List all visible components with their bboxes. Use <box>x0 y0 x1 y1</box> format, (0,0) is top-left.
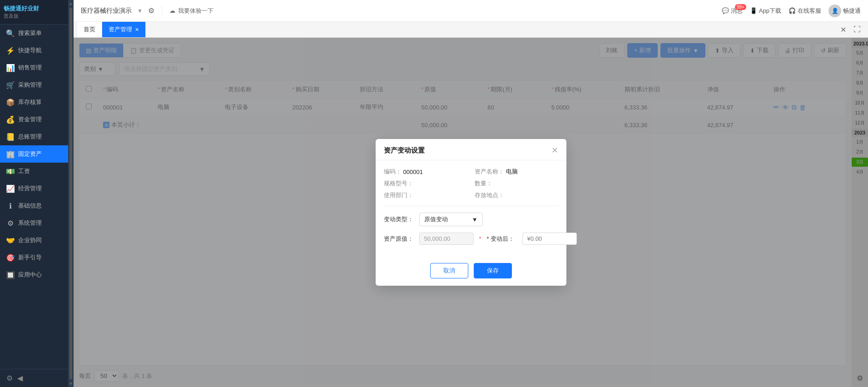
sidebar-item-label: 企业协同 <box>18 236 42 244</box>
app-center-icon: 🔲 <box>6 271 15 279</box>
sidebar-item-label: 采购管理 <box>18 81 42 89</box>
app-download-btn[interactable]: 📱 App下载 <box>750 7 781 15</box>
sidebar-item-label: 新手引导 <box>18 253 42 262</box>
scroll-down-btn[interactable]: ▼ <box>69 381 73 386</box>
message-badge: 99+ <box>735 4 746 10</box>
sidebar-item-label: 系统管理 <box>18 219 42 227</box>
app-edition: 普及版 <box>4 13 39 20</box>
modal-change-type-row: 变动类型： 原值变动 ▼ <box>384 213 558 226</box>
modal-header: 资产变动设置 ✕ <box>376 139 566 160</box>
tab-expand-btn[interactable]: ⛶ <box>852 24 863 35</box>
search-icon: 🔍 <box>6 29 15 37</box>
sidebar-item-label: 快捷导航 <box>18 46 42 55</box>
sidebar-footer: ⚙ ◀ <box>0 369 68 387</box>
change-type-select[interactable]: 原值变动 ▼ <box>419 213 483 226</box>
customer-service-btn[interactable]: 🎧 在线客服 <box>789 7 821 15</box>
sidebar-item-label: 应用中心 <box>18 271 42 279</box>
sidebar-item-operations[interactable]: 📈经营管理 <box>0 180 68 197</box>
tab-asset-management[interactable]: 资产管理 ✕ <box>102 22 146 37</box>
topbar-settings-icon[interactable]: ⚙ <box>148 6 154 15</box>
sidebar-item-search[interactable]: 🔍搜索菜单 <box>0 25 68 42</box>
message-btn[interactable]: 💬 消息 99+ <box>722 7 743 15</box>
sidebar-item-label: 经营管理 <box>18 184 42 193</box>
sidebar-item-sales[interactable]: 📊销售管理 <box>0 59 68 76</box>
sidebar-item-label: 资金管理 <box>18 115 42 124</box>
inventory-icon: 📦 <box>6 98 15 106</box>
modal-dept-item: 使用部门： <box>384 191 467 199</box>
sidebar-item-label: 库存核算 <box>18 98 42 106</box>
user-menu[interactable]: 👤 畅捷通 <box>828 5 861 17</box>
original-value-label: 资产原值： <box>384 235 416 243</box>
modal-body: 编码： 000001 资产名称： 电脑 规格型号： 数量： <box>376 160 566 258</box>
basic-info-icon: ℹ <box>6 202 15 210</box>
dropdown-arrow-icon[interactable]: ▼ <box>137 8 143 14</box>
modal-location-item: 存放地点： <box>475 191 558 199</box>
tab-home[interactable]: 首页 <box>77 22 102 37</box>
scroll-thumb <box>69 8 72 379</box>
tab-close-btn[interactable]: ✕ <box>838 24 848 36</box>
after-change-input[interactable] <box>522 233 577 245</box>
phone-icon: 📱 <box>750 7 757 14</box>
topbar: 医疗器械行业演示 ▼ ⚙ ☁ 我要体验一下 💬 消息 99+ 📱 App下载 🎧… <box>74 0 868 22</box>
modal-footer: 取消 保存 <box>376 258 566 286</box>
sidebar-scrollbar: ▲ ▼ <box>68 0 74 387</box>
quick-nav-icon: ⚡ <box>6 46 15 55</box>
avatar: 👤 <box>828 5 841 17</box>
sidebar-item-label: 总账管理 <box>18 133 42 141</box>
cancel-button[interactable]: 取消 <box>430 263 468 278</box>
modal-code-item: 编码： 000001 <box>384 168 467 176</box>
experience-btn[interactable]: ☁ 我要体验一下 <box>169 7 213 15</box>
original-value-input <box>419 233 474 245</box>
collapse-icon[interactable]: ◀ <box>17 374 23 382</box>
modal-overlay: 资产变动设置 ✕ 编码： 000001 资产名称： 电脑 <box>74 38 868 387</box>
operations-icon: 📈 <box>6 184 15 193</box>
sidebar-item-guide[interactable]: 🎯新手引导 <box>0 249 68 266</box>
system-icon: ⚙ <box>6 219 15 227</box>
chevron-down-icon: ▼ <box>472 216 478 223</box>
sidebar-item-basic-info[interactable]: ℹ基础信息 <box>0 197 68 214</box>
modal-info-grid: 编码： 000001 资产名称： 电脑 规格型号： 数量： <box>384 168 558 199</box>
capital-icon: 💰 <box>6 115 15 124</box>
asset-change-modal: 资产变动设置 ✕ 编码： 000001 资产名称： 电脑 <box>376 139 566 286</box>
sidebar-item-label: 搜索菜单 <box>18 29 42 37</box>
fixed-assets-icon: 🏢 <box>6 150 15 158</box>
sidebar-item-payroll[interactable]: 💵工资 <box>0 163 68 180</box>
modal-quantity-item: 数量： <box>475 179 558 188</box>
sidebar-item-quick-nav[interactable]: ⚡快捷导航 <box>0 42 68 59</box>
modal-name-item: 资产名称： 电脑 <box>475 168 558 176</box>
settings-icon[interactable]: ⚙ <box>6 374 13 382</box>
tabbar: 首页 资产管理 ✕ ✕ ⛶ <box>74 22 868 38</box>
purchase-icon: 🛒 <box>6 81 15 89</box>
tab-home-label: 首页 <box>84 25 95 34</box>
change-type-label: 变动类型： <box>384 215 416 223</box>
sidebar-item-label: 固定资产 <box>18 150 42 158</box>
sidebar: 畅捷通好业财 普及版 🔍搜索菜单⚡快捷导航📊销售管理🛒采购管理📦库存核算💰资金管… <box>0 0 68 387</box>
sidebar-item-inventory[interactable]: 📦库存核算 <box>0 94 68 111</box>
company-name: 医疗器械行业演示 <box>81 7 132 15</box>
service-icon: 🎧 <box>789 7 796 14</box>
sidebar-item-cooperation[interactable]: 🤝企业协同 <box>0 232 68 249</box>
save-button[interactable]: 保存 <box>474 263 512 278</box>
modal-spec-item: 规格型号： <box>384 179 467 188</box>
sidebar-item-app-center[interactable]: 🔲应用中心 <box>0 266 68 283</box>
sidebar-item-capital[interactable]: 💰资金管理 <box>0 111 68 128</box>
message-icon: 💬 <box>722 7 729 14</box>
sidebar-item-system[interactable]: ⚙系统管理 <box>0 214 68 232</box>
sidebar-item-label: 工资 <box>18 167 30 175</box>
scroll-up-btn[interactable]: ▲ <box>69 1 73 6</box>
after-change-label: * 变动后： <box>487 235 519 243</box>
sidebar-scroll: 🔍搜索菜单⚡快捷导航📊销售管理🛒采购管理📦库存核算💰资金管理📒总账管理🏢固定资产… <box>0 25 68 369</box>
sidebar-item-label: 销售管理 <box>18 64 42 72</box>
username-label: 畅捷通 <box>843 7 861 15</box>
main-area: 医疗器械行业演示 ▼ ⚙ ☁ 我要体验一下 💬 消息 99+ 📱 App下载 🎧… <box>74 0 868 387</box>
sidebar-item-fixed-assets[interactable]: 🏢固定资产 <box>0 145 68 163</box>
divider <box>162 6 162 15</box>
topbar-right: 💬 消息 99+ 📱 App下载 🎧 在线客服 👤 畅捷通 <box>722 5 861 17</box>
tab-asset-management-label: 资产管理 <box>109 25 132 34</box>
modal-close-btn[interactable]: ✕ <box>551 145 558 155</box>
sidebar-item-purchase[interactable]: 🛒采购管理 <box>0 76 68 94</box>
cloud-icon: ☁ <box>169 7 175 14</box>
sidebar-item-ledger[interactable]: 📒总账管理 <box>0 128 68 145</box>
tab-close-icon[interactable]: ✕ <box>135 27 139 33</box>
modal-title: 资产变动设置 <box>384 146 425 155</box>
